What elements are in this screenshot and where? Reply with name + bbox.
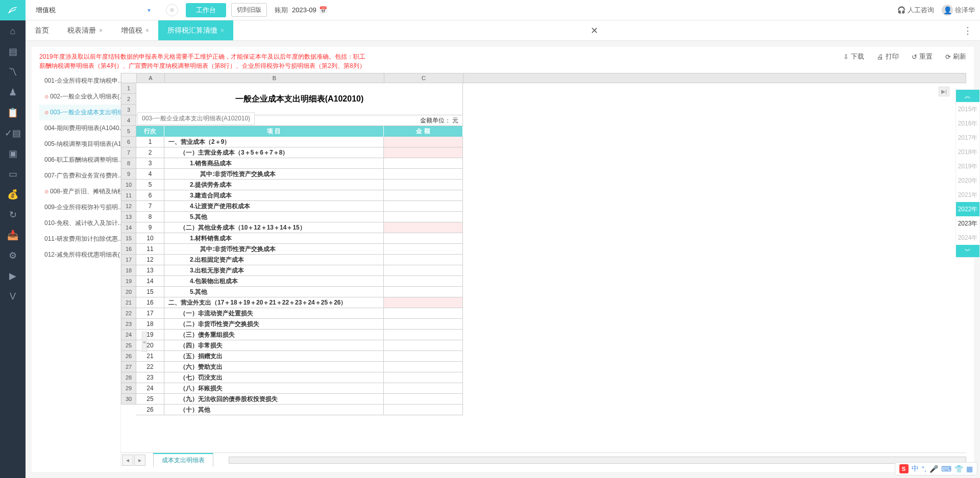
money-icon[interactable]: 💰 <box>7 189 18 200</box>
bag-icon[interactable]: ♟ <box>7 87 18 98</box>
col-header-b[interactable]: B <box>165 73 384 83</box>
row-header[interactable]: 10 <box>121 180 136 190</box>
form-nav-item-8[interactable]: 009-企业所得税弥补亏损明... <box>39 199 120 215</box>
row-header[interactable]: 26 <box>121 351 136 362</box>
row-header[interactable]: 24 <box>121 330 136 340</box>
row-header[interactable]: 5 <box>121 126 136 137</box>
form-nav-item-9[interactable]: 010-免税、减计收入及加计... <box>39 215 120 231</box>
tab-3[interactable]: 所得税汇算清缴× <box>158 20 233 40</box>
row-header[interactable]: 13 <box>121 212 136 222</box>
row-header[interactable]: 1 <box>121 83 136 94</box>
row-header[interactable]: 8 <box>121 158 136 169</box>
period-value[interactable]: 2023-09 <box>292 6 316 14</box>
cell-amount[interactable] <box>384 147 463 158</box>
doc-check-icon[interactable]: ✓▤ <box>7 128 18 139</box>
form-nav-item-2[interactable]: ⊘003-一般企业成本支出明细... <box>39 105 120 120</box>
chart-icon[interactable]: 〽 <box>7 66 18 78</box>
year-item[interactable]: 2016年 <box>956 116 979 131</box>
form-nav-item-11[interactable]: 012-减免所得税优惠明细表(... <box>39 247 120 263</box>
row-header[interactable]: 15 <box>121 233 136 244</box>
cell-amount[interactable] <box>384 362 463 372</box>
print-button[interactable]: 🖨打印 <box>877 52 899 61</box>
row-header[interactable]: 30 <box>121 394 136 405</box>
year-item[interactable]: 2024年 <box>956 231 979 245</box>
download-button[interactable]: ⇩下载 <box>843 52 864 61</box>
ime-punct-icon[interactable]: °, <box>922 465 927 473</box>
row-header[interactable]: 17 <box>121 255 136 265</box>
switch-old-button[interactable]: 切到旧版 <box>231 3 267 17</box>
cell-amount[interactable] <box>384 265 463 276</box>
tab-0[interactable]: 首页 <box>26 20 58 40</box>
row-header[interactable]: 2 <box>121 94 136 105</box>
cell-amount[interactable] <box>384 255 463 265</box>
cell-amount[interactable] <box>384 340 463 351</box>
row-header[interactable]: 9 <box>121 169 136 180</box>
row-header[interactable]: 7 <box>121 147 136 158</box>
calendar-icon[interactable]: 📅 <box>319 6 327 14</box>
row-header[interactable]: 23 <box>121 319 136 330</box>
form-nav-item-6[interactable]: 007-广告费和业务宣传费跨... <box>39 168 120 184</box>
form-nav-item-4[interactable]: 005-纳税调整项目明细表(A1... <box>39 136 120 152</box>
reset-button[interactable]: ↺重置 <box>912 52 933 61</box>
layout-icon[interactable]: ▣ <box>7 148 18 159</box>
row-header[interactable]: 4 <box>121 115 136 126</box>
select-all-corner[interactable] <box>121 73 137 83</box>
user-menu[interactable]: 👤徐泽华 <box>942 5 975 16</box>
app-logo[interactable] <box>0 0 26 20</box>
tab-1[interactable]: 税表清册× <box>58 20 112 40</box>
cell-amount[interactable] <box>384 372 463 383</box>
org-selector[interactable]: 增值税 ▾ <box>36 6 151 15</box>
year-item[interactable]: 2019年 <box>956 159 979 173</box>
ime-toolbox-icon[interactable]: ▦ <box>966 465 973 473</box>
cell-amount[interactable] <box>384 212 463 222</box>
sheet-nav-prev[interactable]: ▸ <box>134 455 145 466</box>
refresh-button[interactable]: ⟳刷新 <box>945 52 966 61</box>
row-header[interactable]: 29 <box>121 383 136 394</box>
form-nav-item-7[interactable]: ⊘008-资产折旧、摊销及纳税... <box>39 184 120 199</box>
cell-amount[interactable] <box>384 190 463 201</box>
row-header[interactable]: 28 <box>121 372 136 383</box>
year-item[interactable]: 2018年 <box>956 145 979 159</box>
year-item[interactable]: 2021年 <box>956 188 979 202</box>
horizontal-scrollbar[interactable] <box>229 457 966 464</box>
clipboard-icon[interactable]: 📋 <box>7 107 18 118</box>
row-header[interactable]: 12 <box>121 201 136 212</box>
window-icon[interactable]: ▭ <box>7 168 18 180</box>
cell-amount[interactable] <box>384 222 463 233</box>
form-nav-item-5[interactable]: 006-职工薪酬纳税调整明细... <box>39 152 120 168</box>
year-item[interactable]: 2017年 <box>956 131 979 145</box>
row-header[interactable]: 11 <box>121 190 136 201</box>
ime-toolbar[interactable]: S 中 °, 🎤 ⌨ 👕 ▦ <box>895 462 978 475</box>
year-scroll-up[interactable]: ︽ <box>956 90 979 102</box>
v-icon[interactable]: V <box>7 291 18 302</box>
ime-mic-icon[interactable]: 🎤 <box>929 465 938 473</box>
form-nav-item-1[interactable]: ⊘002-一般企业收入明细表(... <box>39 89 120 105</box>
cell-amount[interactable] <box>384 297 463 308</box>
refresh-icon[interactable]: ↻ <box>7 209 18 220</box>
cell-amount[interactable] <box>384 394 463 405</box>
inbox-icon[interactable]: 📥 <box>7 230 18 241</box>
close-all-tabs[interactable]: ✕ <box>583 20 606 40</box>
close-icon[interactable]: × <box>145 27 149 34</box>
cell-amount[interactable] <box>384 276 463 287</box>
col-header-c[interactable]: C <box>384 73 463 83</box>
cell-amount[interactable] <box>384 158 463 169</box>
tab-2[interactable]: 增值税× <box>112 20 158 40</box>
workbench-button[interactable]: 工作台 <box>186 3 226 17</box>
year-scroll-down[interactable]: ︾ <box>956 245 979 257</box>
cell-amount[interactable] <box>384 137 463 147</box>
cell-amount[interactable] <box>384 405 463 415</box>
year-item[interactable]: 2020年 <box>956 173 979 188</box>
row-header[interactable]: 27 <box>121 362 136 372</box>
row-header[interactable]: 22 <box>121 308 136 319</box>
form-nav-item-0[interactable]: 001-企业所得税年度纳税申... <box>39 73 120 89</box>
close-icon[interactable]: × <box>99 27 103 34</box>
close-icon[interactable]: × <box>220 27 224 34</box>
row-header[interactable]: 21 <box>121 297 136 308</box>
year-item[interactable]: 2022年 <box>956 202 979 216</box>
cell-amount[interactable] <box>384 244 463 255</box>
cell-amount[interactable] <box>384 319 463 330</box>
row-header[interactable]: 3 <box>121 105 136 115</box>
row-header[interactable]: 16 <box>121 244 136 255</box>
cell-amount[interactable] <box>384 201 463 212</box>
